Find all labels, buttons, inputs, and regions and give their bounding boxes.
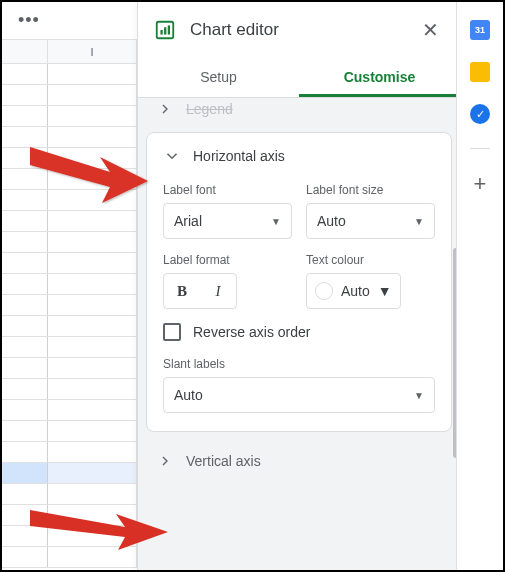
label-font-value: Arial bbox=[174, 213, 202, 229]
corner-cell[interactable] bbox=[2, 40, 48, 63]
horizontal-axis-title: Horizontal axis bbox=[193, 148, 285, 164]
text-colour-label: Text colour bbox=[306, 253, 435, 267]
tasks-icon[interactable] bbox=[470, 104, 490, 124]
panel-body: Legend Horizontal axis Label font Arial … bbox=[138, 98, 460, 572]
panel-title: Chart editor bbox=[190, 20, 402, 40]
caret-down-icon: ▼ bbox=[414, 216, 424, 227]
reverse-axis-checkbox[interactable]: Reverse axis order bbox=[163, 323, 435, 341]
reverse-axis-label: Reverse axis order bbox=[193, 324, 311, 340]
horizontal-axis-header[interactable]: Horizontal axis bbox=[163, 147, 435, 165]
chart-editor-panel: Chart editor ✕ Setup Customise Legend Ho… bbox=[137, 2, 460, 572]
sheet-rows bbox=[2, 64, 137, 568]
divider bbox=[470, 148, 490, 149]
selected-row[interactable] bbox=[2, 463, 137, 484]
chevron-down-icon bbox=[163, 147, 181, 165]
chevron-right-icon bbox=[156, 100, 174, 118]
chevron-right-icon bbox=[156, 452, 174, 470]
tabs: Setup Customise bbox=[138, 58, 460, 98]
vertical-axis-section[interactable]: Vertical axis bbox=[146, 444, 452, 478]
legend-label: Legend bbox=[186, 101, 233, 117]
caret-down-icon: ▼ bbox=[414, 390, 424, 401]
column-header[interactable]: I bbox=[48, 40, 137, 63]
chart-icon bbox=[154, 19, 176, 41]
keep-icon[interactable] bbox=[470, 62, 490, 82]
label-font-label: Label font bbox=[163, 183, 292, 197]
text-colour-select[interactable]: Auto ▼ bbox=[306, 273, 401, 309]
add-addon-icon[interactable]: + bbox=[474, 173, 487, 195]
caret-down-icon: ▼ bbox=[378, 283, 392, 299]
close-icon[interactable]: ✕ bbox=[416, 16, 444, 44]
spreadsheet-background: ••• I bbox=[2, 2, 137, 570]
svg-rect-1 bbox=[160, 30, 162, 35]
slant-labels-value: Auto bbox=[174, 387, 203, 403]
bold-button[interactable]: B bbox=[164, 274, 200, 308]
label-font-size-select[interactable]: Auto ▼ bbox=[306, 203, 435, 239]
checkbox-icon bbox=[163, 323, 181, 341]
colour-swatch-icon bbox=[315, 282, 333, 300]
toolbar: ••• bbox=[2, 2, 137, 40]
column-header-row: I bbox=[2, 40, 137, 64]
calendar-icon[interactable] bbox=[470, 20, 490, 40]
slant-labels-label: Slant labels bbox=[163, 357, 435, 371]
label-font-size-value: Auto bbox=[317, 213, 346, 229]
horizontal-axis-section: Horizontal axis Label font Arial ▼ Label… bbox=[146, 132, 452, 432]
label-font-select[interactable]: Arial ▼ bbox=[163, 203, 292, 239]
text-colour-value: Auto bbox=[341, 283, 370, 299]
legend-section[interactable]: Legend bbox=[146, 98, 452, 126]
panel-header: Chart editor ✕ bbox=[138, 2, 460, 58]
more-horizontal-icon[interactable]: ••• bbox=[18, 10, 40, 31]
format-button-group: B I bbox=[163, 273, 237, 309]
tab-customise[interactable]: Customise bbox=[299, 58, 460, 97]
label-format-label: Label format bbox=[163, 253, 292, 267]
svg-rect-2 bbox=[164, 27, 166, 34]
italic-button[interactable]: I bbox=[200, 274, 236, 308]
vertical-axis-title: Vertical axis bbox=[186, 453, 261, 469]
side-panel-rail: + bbox=[456, 2, 503, 572]
slant-labels-select[interactable]: Auto ▼ bbox=[163, 377, 435, 413]
label-font-size-label: Label font size bbox=[306, 183, 435, 197]
svg-rect-3 bbox=[168, 25, 170, 34]
tab-setup[interactable]: Setup bbox=[138, 58, 299, 97]
caret-down-icon: ▼ bbox=[271, 216, 281, 227]
